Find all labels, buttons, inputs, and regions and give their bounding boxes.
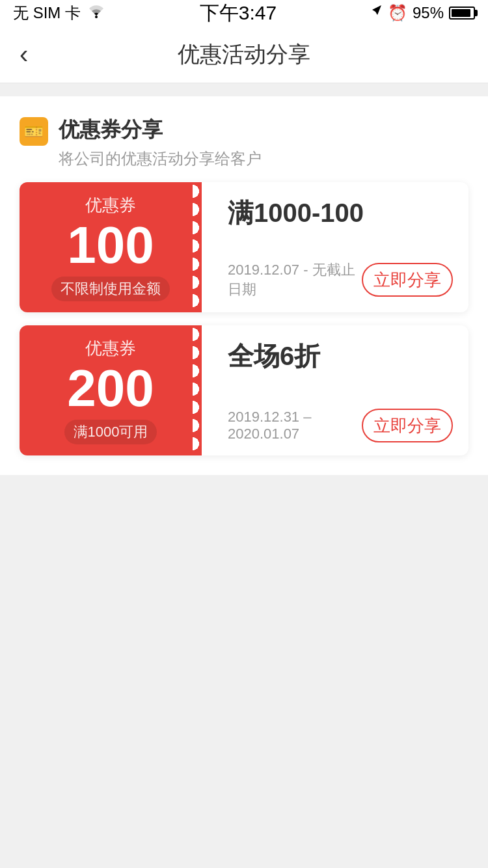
share-button-2[interactable]: 立即分享 bbox=[362, 409, 453, 442]
section-subtitle: 将公司的优惠活动分享给客户 bbox=[59, 148, 262, 169]
coupon-label-1: 优惠券 bbox=[85, 194, 136, 217]
coupon-card-2: 优惠券 200 满1000可用 全场6折 2019.12.31 – 2020.0… bbox=[20, 325, 468, 455]
section-text-group: 优惠券分享 将公司的优惠活动分享给客户 bbox=[59, 116, 262, 169]
svg-point-0 bbox=[95, 16, 98, 18]
coupon-bottom-2: 2019.12.31 – 2020.01.07 立即分享 bbox=[228, 409, 453, 442]
status-left: 无 SIM 卡 bbox=[13, 3, 105, 23]
coupon-card-1: 优惠券 100 不限制使用金额 满1000-100 2019.12.07 - 无… bbox=[20, 182, 468, 312]
section-title: 优惠券分享 bbox=[59, 116, 262, 144]
back-button[interactable]: ‹ bbox=[20, 40, 28, 69]
battery-percent: 95% bbox=[413, 4, 444, 22]
coupon-amount-2: 200 bbox=[67, 362, 154, 414]
page-title: 优惠活动分享 bbox=[178, 40, 310, 70]
coupon-name-2: 全场6折 bbox=[228, 338, 453, 374]
section-divider-top bbox=[0, 83, 488, 96]
coupon-label-2: 优惠券 bbox=[85, 337, 136, 360]
empty-area bbox=[0, 475, 488, 800]
carrier-label: 无 SIM 卡 bbox=[13, 3, 81, 23]
alarm-icon: ⏰ bbox=[388, 4, 407, 22]
coupon-amount-1: 100 bbox=[67, 219, 154, 271]
battery-icon bbox=[449, 7, 475, 20]
coupon-icon-glyph: 🎫 bbox=[24, 122, 44, 141]
coupon-right-1: 满1000-100 2019.12.07 - 无截止日期 立即分享 bbox=[202, 182, 468, 312]
coupon-condition-1: 不限制使用金额 bbox=[51, 277, 170, 301]
coupon-bottom-1: 2019.12.07 - 无截止日期 立即分享 bbox=[228, 260, 453, 299]
coupon-date-1: 2019.12.07 - 无截止日期 bbox=[228, 260, 362, 299]
coupon-right-2: 全场6折 2019.12.31 – 2020.01.07 立即分享 bbox=[202, 325, 468, 455]
coupon-left-2: 优惠券 200 满1000可用 bbox=[20, 325, 202, 455]
coupons-container: 优惠券 100 不限制使用金额 满1000-100 2019.12.07 - 无… bbox=[0, 182, 488, 475]
coupon-name-1: 满1000-100 bbox=[228, 195, 453, 231]
status-bar: 无 SIM 卡 下午3:47 ⏰ 95% bbox=[0, 0, 488, 26]
section-header: 🎫 优惠券分享 将公司的优惠活动分享给客户 bbox=[0, 96, 488, 182]
coupon-date-2: 2019.12.31 – 2020.01.07 bbox=[228, 409, 362, 442]
location-icon bbox=[371, 4, 383, 22]
status-right: ⏰ 95% bbox=[371, 4, 475, 22]
section-icon: 🎫 bbox=[20, 117, 48, 146]
coupon-condition-2: 满1000可用 bbox=[64, 420, 157, 444]
battery-fill bbox=[452, 9, 470, 17]
wifi-icon bbox=[87, 4, 105, 22]
share-button-1[interactable]: 立即分享 bbox=[362, 263, 453, 297]
coupon-left-1: 优惠券 100 不限制使用金额 bbox=[20, 182, 202, 312]
nav-bar: ‹ 优惠活动分享 bbox=[0, 26, 488, 83]
status-time: 下午3:47 bbox=[200, 0, 277, 27]
